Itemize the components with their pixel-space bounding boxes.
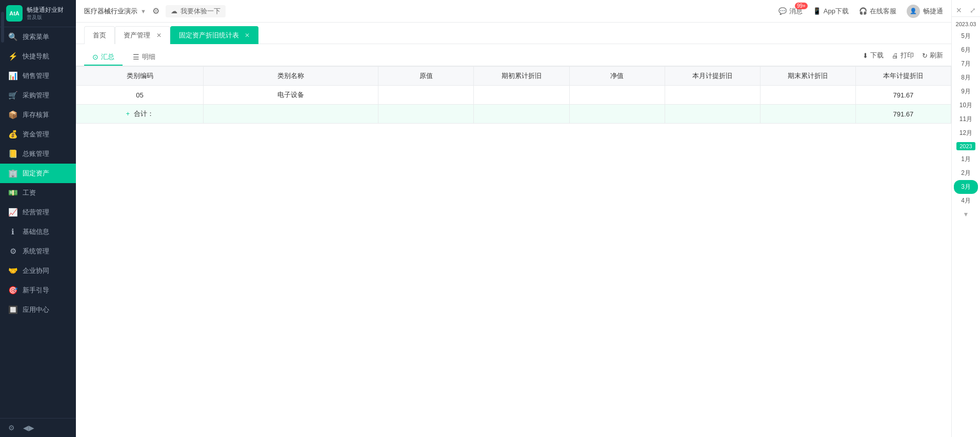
operations-icon: 📈 [8,208,17,217]
tab-close-icon[interactable]: ✕ [245,32,250,39]
tab-label: 资产管理 [124,31,150,39]
refresh-button[interactable]: ↻ 刷新 [922,51,943,60]
panel-close-icon[interactable]: ✕ [956,6,962,14]
cell-monthly-dep [665,86,760,105]
user-profile[interactable]: 👤 畅捷通 [907,5,943,18]
sidebar-item-label: 新手引导 [23,286,49,295]
sidebar-item-sales[interactable]: 📊 销售管理 [0,66,76,86]
sales-icon: 📊 [8,71,17,81]
tab-depreciation[interactable]: 固定资产折旧统计表 ✕ [170,26,259,44]
col-header-code: 类别编码 [76,67,204,86]
sidebar-item-quick-nav[interactable]: ⚡ 快捷导航 [0,47,76,66]
company-selector[interactable]: 医疗器械行业演示 ▼ [84,7,146,16]
topbar-settings-icon[interactable]: ⚙ [152,6,159,16]
sidebar-item-label: 系统管理 [23,247,49,256]
sidebar-item-guide[interactable]: 🎯 新手引导 [0,281,76,300]
month-10[interactable]: 10月 [952,98,980,112]
online-service-button[interactable]: 🎧 在线客服 [859,7,896,16]
refresh-label: 刷新 [930,51,943,60]
quick-nav-icon: ⚡ [8,52,17,61]
app-center-icon: 🔲 [8,305,17,314]
app-download-button[interactable]: 📱 App下载 [813,7,849,16]
sidebar-item-ledger[interactable]: 📒 总账管理 [0,144,76,164]
month-5[interactable]: 5月 [952,29,980,43]
panel-expand-icon[interactable]: ⤢ [970,6,976,14]
total-annual-dep: 791.67 [855,105,951,124]
topbar-right: 💬 消息 99+ 📱 App下载 🎧 在线客服 👤 畅捷通 [778,5,943,18]
expand-icon[interactable]: + [126,110,130,117]
cell-code: 05 [76,86,204,105]
sidebar: AtA 畅捷通好业财 普及版 🔍 搜索菜单 ⚡ 快捷导航 📊 销售管理 🛒 采购… [0,0,76,437]
sub-tab-summary[interactable]: ⊙ 汇总 [84,49,123,66]
col-header-opening-accum: 期初累计折旧 [474,67,569,86]
month-2[interactable]: 2月 [952,166,980,180]
month-3-active[interactable]: 3月 [954,180,978,194]
cloud-icon: ☁ [171,7,177,15]
month-6[interactable]: 6月 [952,43,980,57]
cell-opening-accum [474,86,569,105]
tabs-bar: 首页 资产管理 ✕ 固定资产折旧统计表 ✕ [76,23,951,44]
col-header-original: 原值 [378,67,474,86]
sidebar-item-label: 快捷导航 [23,52,49,61]
total-net-value [569,105,665,124]
purchase-icon: 🛒 [8,91,17,100]
sidebar-item-inventory[interactable]: 📦 库存核算 [0,105,76,125]
service-icon: 🎧 [859,7,867,15]
finance-icon: 💰 [8,130,17,139]
sub-tab-detail[interactable]: ☰ 明细 [125,49,164,66]
month-1[interactable]: 1月 [952,152,980,166]
app-logo-icon: AtA [6,5,23,22]
collapse-icon[interactable]: ◀▶ [23,424,34,432]
cell-name: 电子设备 [204,86,378,105]
sidebar-item-operations[interactable]: 📈 经营管理 [0,203,76,222]
cell-closing-accum [760,86,855,105]
sidebar-item-enterprise[interactable]: 🤝 企业协同 [0,261,76,281]
sidebar-item-search[interactable]: 🔍 搜索菜单 [0,27,76,47]
topbar: 医疗器械行业演示 ▼ ⚙ ☁ 我要体验一下 💬 消息 99+ 📱 App下载 🎧… [76,0,951,23]
sidebar-item-basic-info[interactable]: ℹ 基础信息 [0,222,76,242]
sidebar-item-label: 总账管理 [23,149,49,158]
settings-bottom-icon[interactable]: ⚙ [8,424,15,432]
tab-asset-mgmt[interactable]: 资产管理 ✕ [115,26,170,44]
sidebar-item-label: 基础信息 [23,227,49,236]
sidebar-item-system[interactable]: ⚙ 系统管理 [0,242,76,261]
sidebar-item-purchase[interactable]: 🛒 采购管理 [0,86,76,105]
detail-icon: ☰ [133,53,139,61]
sidebar-bottom: ⚙ ◀▶ [0,418,76,437]
search-icon: 🔍 [8,32,17,42]
sidebar-item-fixed-assets[interactable]: 🏢 固定资产 [0,164,76,183]
main-content: 医疗器械行业演示 ▼ ⚙ ☁ 我要体验一下 💬 消息 99+ 📱 App下载 🎧… [76,0,951,437]
print-icon: 🖨 [892,52,898,59]
enterprise-icon: 🤝 [8,266,17,275]
sidebar-item-finance[interactable]: 💰 资金管理 [0,125,76,144]
basic-info-icon: ℹ [8,227,17,236]
month-8[interactable]: 8月 [952,71,980,85]
col-header-annual-dep: 本年计提折旧 [855,67,951,86]
tab-home[interactable]: 首页 [84,26,115,44]
sidebar-logo: AtA 畅捷通好业财 普及版 [0,0,76,27]
print-button[interactable]: 🖨 打印 [892,51,914,60]
user-avatar: 👤 [907,5,920,18]
table-total-row: + 合计： 791.67 [76,105,951,124]
month-4[interactable]: 4月 [952,194,980,208]
company-chevron-icon: ▼ [141,8,146,14]
month-9[interactable]: 9月 [952,85,980,98]
tab-close-icon[interactable]: ✕ [156,32,162,39]
sidebar-item-app-center[interactable]: 🔲 应用中心 [0,300,76,320]
sidebar-item-payroll[interactable]: 💵 工资 [0,183,76,203]
download-button[interactable]: ⬇ 下载 [863,51,884,60]
year-tag-2023: 2023 [956,142,975,150]
panel-current-date: 2023.03 [956,19,976,29]
app-name: 畅捷通好业财 [27,6,64,14]
total-name-cell [204,105,378,124]
system-icon: ⚙ [8,247,17,256]
total-closing-accum [760,105,855,124]
sidebar-item-label: 销售管理 [23,71,49,81]
tab-label: 首页 [93,31,106,39]
month-7[interactable]: 7月 [952,57,980,71]
try-experience-button[interactable]: ☁ 我要体验一下 [166,5,226,17]
message-button[interactable]: 💬 消息 99+ [778,7,803,16]
month-12[interactable]: 12月 [952,126,980,140]
panel-scroll-down-icon[interactable]: ▼ [963,208,969,221]
month-11[interactable]: 11月 [952,112,980,126]
